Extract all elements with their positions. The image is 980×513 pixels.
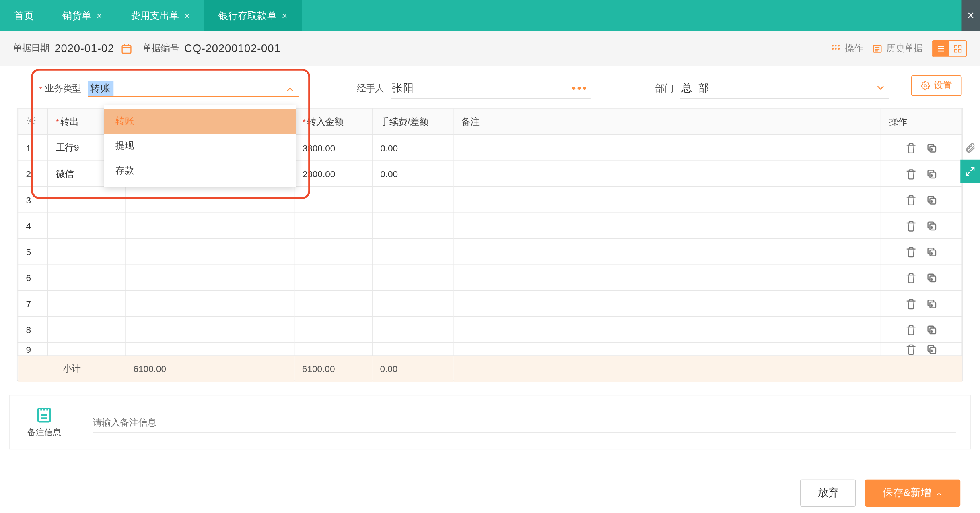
delete-row-button[interactable] — [905, 194, 917, 205]
cell-in-amount[interactable]: 3800.00 — [294, 135, 372, 161]
cell-out-account[interactable] — [48, 187, 126, 213]
copy-row-button[interactable] — [926, 168, 938, 180]
copy-row-button[interactable] — [926, 343, 938, 355]
cell-hidden[interactable] — [126, 265, 294, 291]
cell-note[interactable] — [453, 135, 881, 161]
cell-note[interactable] — [453, 187, 881, 213]
cell-in-amount[interactable] — [294, 343, 372, 356]
cell-hidden[interactable] — [126, 343, 294, 356]
table-row[interactable]: 7 — [18, 291, 962, 317]
cell-in-amount[interactable] — [294, 316, 372, 343]
handler-field[interactable]: 经手人 张阳 ••• — [357, 78, 591, 100]
cell-note[interactable] — [453, 213, 881, 239]
cell-out-account[interactable] — [48, 239, 126, 265]
date-value[interactable]: 2020-01-02 — [54, 42, 114, 55]
th-gear[interactable] — [18, 109, 47, 135]
view-card-button[interactable] — [949, 41, 966, 57]
table-row[interactable]: 6 — [18, 265, 962, 291]
cell-out-account[interactable] — [48, 291, 126, 317]
table-row[interactable]: 3 — [18, 187, 962, 213]
cell-in-amount[interactable] — [294, 265, 372, 291]
cell-fee[interactable]: 0.00 — [372, 135, 453, 161]
cell-note[interactable] — [453, 239, 881, 265]
window-close-button[interactable]: × — [961, 0, 980, 31]
tab-expense[interactable]: 费用支出单× — [116, 0, 204, 31]
copy-row-button[interactable] — [926, 220, 938, 232]
dept-field[interactable]: 部门 总 部 — [655, 78, 889, 100]
biz-type-value[interactable]: 转账 — [88, 81, 114, 96]
attachment-button[interactable] — [960, 137, 980, 160]
chevron-up-icon[interactable] — [284, 84, 296, 95]
cell-fee[interactable] — [372, 343, 453, 356]
calendar-icon[interactable] — [121, 43, 132, 54]
dropdown-item-transfer[interactable]: 转账 — [104, 109, 296, 134]
copy-row-button[interactable] — [926, 272, 938, 283]
cell-hidden[interactable] — [126, 316, 294, 343]
cell-hidden[interactable] — [126, 213, 294, 239]
delete-row-button[interactable] — [905, 142, 917, 153]
cell-out-account[interactable] — [48, 213, 126, 239]
memo-input[interactable] — [93, 411, 956, 433]
biz-type-field[interactable]: * 业务类型 转账 转账 提现 存款 — [39, 78, 299, 100]
close-icon[interactable]: × — [97, 10, 102, 21]
cell-note[interactable] — [453, 316, 881, 343]
copy-row-button[interactable] — [926, 142, 938, 153]
dept-value[interactable]: 总 部 — [680, 79, 889, 98]
chevron-down-icon[interactable] — [875, 82, 886, 93]
table-row[interactable]: 4 — [18, 213, 962, 239]
cell-note[interactable] — [453, 161, 881, 187]
ellipsis-icon[interactable]: ••• — [572, 82, 588, 95]
cell-note[interactable] — [453, 343, 881, 356]
table-row[interactable]: 8 — [18, 316, 962, 343]
close-icon[interactable]: × — [282, 10, 287, 21]
cell-hidden[interactable] — [126, 291, 294, 317]
cell-in-amount[interactable] — [294, 291, 372, 317]
cell-fee[interactable] — [372, 213, 453, 239]
delete-row-button[interactable] — [905, 298, 917, 310]
cell-hidden[interactable] — [126, 187, 294, 213]
cell-hidden[interactable] — [126, 239, 294, 265]
cell-note[interactable] — [453, 265, 881, 291]
cell-in-amount[interactable] — [294, 239, 372, 265]
cell-in-amount[interactable] — [294, 187, 372, 213]
cell-fee[interactable]: 0.00 — [372, 161, 453, 187]
cell-note[interactable] — [453, 291, 881, 317]
cell-fee[interactable] — [372, 265, 453, 291]
delete-row-button[interactable] — [905, 168, 917, 180]
svg-rect-0 — [122, 46, 131, 53]
copy-row-button[interactable] — [926, 298, 938, 310]
expand-button[interactable] — [960, 160, 980, 183]
settings-button[interactable]: 设置 — [911, 75, 962, 96]
delete-row-button[interactable] — [905, 272, 917, 283]
cell-fee[interactable] — [372, 316, 453, 343]
cell-out-account[interactable] — [48, 316, 126, 343]
table-row[interactable]: 5 — [18, 239, 962, 265]
delete-row-button[interactable] — [905, 246, 917, 258]
delete-row-button[interactable] — [905, 220, 917, 232]
delete-row-button[interactable] — [905, 343, 917, 355]
cell-in-amount[interactable] — [294, 213, 372, 239]
cell-out-account[interactable] — [48, 265, 126, 291]
cell-fee[interactable] — [372, 187, 453, 213]
dropdown-item-deposit[interactable]: 存款 — [104, 159, 296, 183]
tab-bank-transfer[interactable]: 银行存取款单× — [204, 0, 301, 31]
copy-row-button[interactable] — [926, 194, 938, 205]
delete-row-button[interactable] — [905, 324, 917, 335]
table-row[interactable]: 9 — [18, 343, 962, 356]
ops-link[interactable]: 操作 — [831, 43, 863, 54]
cell-fee[interactable] — [372, 291, 453, 317]
handler-value[interactable]: 张阳 — [391, 79, 591, 98]
cell-in-amount[interactable]: 2300.00 — [294, 161, 372, 187]
tab-home[interactable]: 首页 — [0, 0, 48, 31]
copy-row-button[interactable] — [926, 324, 938, 335]
view-list-button[interactable] — [933, 41, 949, 57]
dropdown-item-withdraw[interactable]: 提现 — [104, 134, 296, 158]
copy-row-button[interactable] — [926, 246, 938, 258]
discard-button[interactable]: 放弃 — [800, 479, 856, 507]
save-add-button[interactable]: 保存&新增 — [865, 479, 961, 507]
cell-fee[interactable] — [372, 239, 453, 265]
tab-sales-order[interactable]: 销货单× — [48, 0, 116, 31]
history-link[interactable]: 历史单据 — [872, 43, 923, 54]
cell-out-account[interactable] — [48, 343, 126, 356]
close-icon[interactable]: × — [184, 10, 189, 21]
